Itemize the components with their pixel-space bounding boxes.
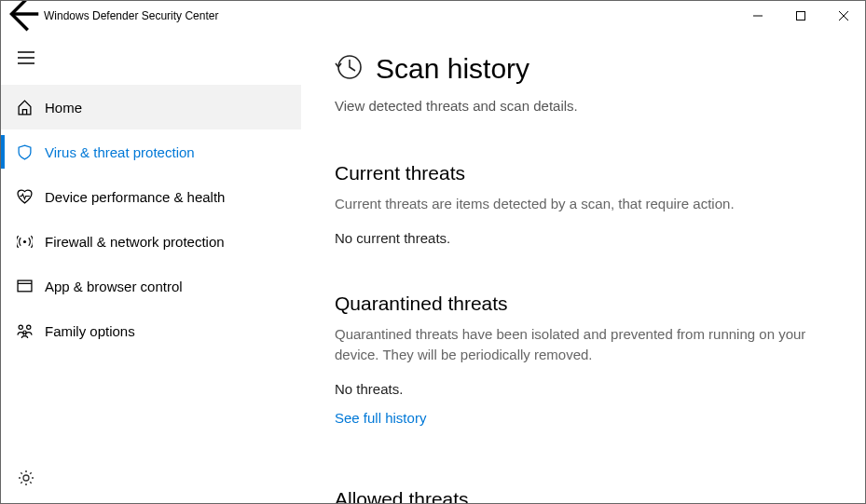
- sidebar-item-label: Device performance & health: [45, 189, 225, 205]
- history-icon: [335, 53, 363, 85]
- svg-point-8: [23, 239, 26, 242]
- page-subtitle: View detected threats and scan details.: [335, 98, 832, 114]
- sidebar-item-family[interactable]: Family options: [1, 308, 301, 353]
- quarantine-status: No threats.: [335, 381, 832, 397]
- quarantine-title: Quarantined threats: [335, 293, 832, 315]
- sidebar-item-label: Virus & threat protection: [45, 144, 195, 160]
- home-icon: [17, 100, 45, 116]
- titlebar: Windows Defender Security Center: [1, 1, 865, 31]
- page-title: Scan history: [376, 53, 529, 85]
- svg-point-11: [19, 325, 22, 329]
- window-title: Windows Defender Security Center: [44, 9, 736, 22]
- svg-point-12: [27, 325, 31, 329]
- allowed-threats-title: Allowed threats: [335, 488, 832, 504]
- current-threats-title: Current threats: [335, 162, 832, 184]
- svg-point-14: [23, 475, 29, 481]
- family-icon: [17, 323, 45, 339]
- svg-rect-2: [797, 12, 805, 20]
- hamburger-menu[interactable]: [1, 51, 301, 85]
- quarantine-desc: Quarantined threats have been isolated a…: [335, 324, 832, 366]
- see-full-history-link[interactable]: See full history: [335, 410, 426, 426]
- current-threats-status: No current threats.: [335, 230, 832, 246]
- window-controls: [736, 1, 865, 31]
- network-icon: [17, 234, 45, 250]
- current-threats-desc: Current threats are items detected by a …: [335, 194, 832, 215]
- sidebar-item-label: Home: [45, 100, 82, 116]
- sidebar-item-home[interactable]: Home: [1, 85, 301, 129]
- sidebar-item-firewall[interactable]: Firewall & network protection: [1, 219, 301, 264]
- shield-icon: [17, 144, 45, 160]
- sidebar-item-label: Firewall & network protection: [45, 234, 225, 250]
- sidebar-item-device-health[interactable]: Device performance & health: [1, 174, 301, 219]
- sidebar: Home Virus & threat protection Device pe…: [1, 31, 301, 503]
- settings-button[interactable]: [18, 470, 34, 490]
- page-header: Scan history: [335, 53, 832, 85]
- app-browser-icon: [17, 279, 45, 294]
- minimize-button[interactable]: [736, 1, 779, 31]
- maximize-button[interactable]: [779, 1, 822, 31]
- sidebar-item-label: Family options: [45, 323, 135, 339]
- sidebar-item-virus-threat[interactable]: Virus & threat protection: [1, 129, 301, 174]
- svg-rect-9: [18, 280, 32, 292]
- heart-icon: [17, 189, 45, 205]
- sidebar-item-app-browser[interactable]: App & browser control: [1, 264, 301, 308]
- gear-icon: [18, 470, 34, 486]
- close-button[interactable]: [822, 1, 865, 31]
- main-content: Scan history View detected threats and s…: [301, 31, 865, 503]
- sidebar-item-label: App & browser control: [45, 279, 183, 294]
